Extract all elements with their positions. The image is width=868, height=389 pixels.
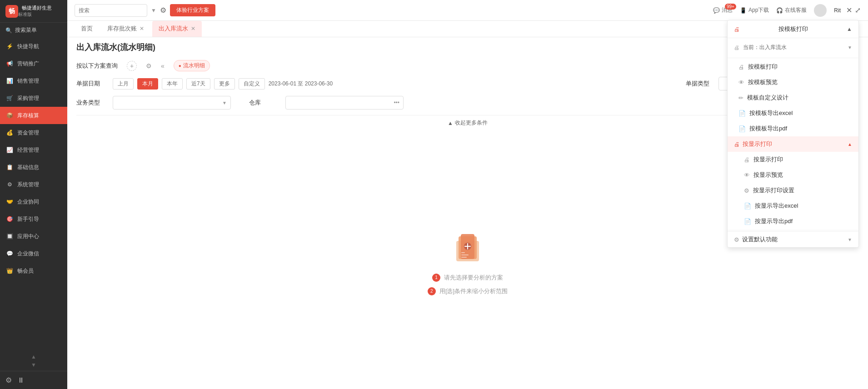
template-custom-icon: ✏ — [738, 95, 743, 101]
sidebar-item-quicknav[interactable]: ⚡ 快捷导航 — [0, 38, 67, 55]
headset-icon: 🎧 — [776, 7, 783, 14]
date-prev-month-btn[interactable]: 上月 — [113, 78, 134, 90]
operations-icon: 📈 — [5, 146, 14, 154]
dropdown-footer-item[interactable]: ⚙ 设置默认功能 ▼ — [728, 231, 858, 247]
pause-icon[interactable]: ⏸ — [17, 376, 25, 384]
sidebar-item-guide[interactable]: 🎯 新手引导 — [0, 210, 67, 228]
dropdown-display-pdf-item[interactable]: 📄 按显示导出pdf — [728, 214, 858, 229]
sidebar-item-finance[interactable]: 💰 资金管理 — [0, 124, 67, 141]
dropdown-template-excel-item[interactable]: 📄 按模板导出excel — [728, 105, 858, 121]
filter-gear-icon[interactable]: ⚙ — [146, 62, 152, 70]
date-label: 单据日期 — [76, 80, 104, 88]
sidebar-item-system[interactable]: ⚙ 系统管理 — [0, 176, 67, 193]
template-pdf-icon: 📄 — [738, 125, 746, 132]
display-settings-icon: ⚙ — [744, 187, 749, 194]
collapse-arrow-icon: ▲ — [448, 120, 453, 126]
svg-rect-5 — [467, 243, 468, 249]
tab-home[interactable]: 首页 — [75, 21, 99, 37]
maximize-window-btn[interactable]: ⤢ — [855, 6, 861, 15]
members-icon: 👑 — [5, 267, 14, 275]
app-download-btn[interactable]: 📱 App下载 — [740, 6, 769, 14]
industry-btn[interactable]: 体验行业方案 — [170, 4, 215, 16]
username-label[interactable]: Rit — [834, 7, 841, 14]
filter-scheme-label: 按以下方案查询 — [76, 62, 118, 70]
divider-2 — [728, 230, 858, 230]
tab-batch[interactable]: 库存批次账 ✕ — [101, 21, 150, 37]
dropdown-template-preview-item[interactable]: 👁 按模板预览 — [728, 75, 858, 90]
phone-icon: 📱 — [740, 7, 747, 14]
sidebar-item-sales[interactable]: 📊 销售管理 — [0, 72, 67, 90]
dropdown-display-settings-item[interactable]: ⚙ 按显示打印设置 — [728, 183, 858, 198]
dropdown-current-item[interactable]: 🖨 当前：出入库流水 ▼ — [728, 40, 858, 55]
sidebar-scroll-arrows: ▲ ▼ — [0, 351, 67, 371]
user-avatar[interactable] — [814, 4, 827, 17]
date-this-year-btn[interactable]: 本年 — [162, 78, 183, 90]
dropdown-template-print-item[interactable]: 🖨 按模板打印 — [728, 59, 858, 75]
inventory-icon: 📦 — [5, 111, 14, 120]
sidebar-bottom: ⚙ ⏸ — [0, 371, 67, 389]
quicknav-icon: ⚡ — [5, 42, 14, 50]
messages-badge: 99+ — [725, 4, 736, 10]
sidebar-item-wechat[interactable]: 💬 企业微信 — [0, 245, 67, 262]
display-print-icon: 🖨 — [744, 156, 750, 163]
sidebar-item-basic[interactable]: 📋 基础信息 — [0, 159, 67, 176]
main-area: ▼ ⚙ 体验行业方案 💬 消息 99+ 📱 App下载 🎧 在线客服 Rit ✕… — [67, 0, 868, 389]
dropdown-template-pdf-item[interactable]: 📄 按模板导出pdf — [728, 121, 858, 136]
sidebar-item-purchase[interactable]: 🛒 采购管理 — [0, 90, 67, 107]
business-type-select[interactable]: ▼ — [113, 96, 231, 110]
step-num-2: 2 — [428, 287, 436, 295]
empty-state-illustration — [449, 232, 486, 268]
scroll-down-arrow[interactable]: ▼ — [30, 361, 37, 369]
collab-icon: 🤝 — [5, 198, 14, 206]
dropdown-display-print-item[interactable]: 🖨 按显示打印 — [728, 152, 858, 167]
dropdown-template-custom-item[interactable]: ✏ 模板自定义设计 — [728, 90, 858, 105]
settings-bottom-icon[interactable]: ⚙ — [5, 376, 12, 384]
filter-tag[interactable]: ● 流水明细 — [174, 60, 210, 71]
topbar-search-input[interactable] — [75, 4, 147, 17]
sidebar-search[interactable]: 🔍 搜索菜单 — [0, 23, 67, 38]
sidebar-item-collab[interactable]: 🤝 企业协同 — [0, 193, 67, 210]
filter-collapse-icon[interactable]: « — [161, 62, 165, 70]
dropdown-display-preview-item[interactable]: 👁 按显示预览 — [728, 167, 858, 183]
sidebar-item-inventory[interactable]: 📦 库存核算 — [0, 107, 67, 124]
tab-flow-close[interactable]: ✕ — [191, 25, 195, 32]
message-icon: 💬 — [713, 7, 720, 14]
business-type-label: 业务类型 — [76, 99, 104, 107]
display-print-group-icon: 🖨 — [734, 141, 740, 148]
system-icon: ⚙ — [5, 180, 14, 189]
messages-btn[interactable]: 💬 消息 99+ — [713, 6, 733, 14]
logo-icon: 畅 — [5, 5, 18, 18]
date-this-month-btn[interactable]: 本月 — [137, 78, 158, 90]
date-more-btn[interactable]: 更多 — [214, 78, 235, 90]
dropdown-footer-arrow: ▼ — [848, 237, 852, 242]
sidebar-item-operations[interactable]: 📈 经营管理 — [0, 141, 67, 159]
scroll-up-arrow[interactable]: ▲ — [30, 353, 37, 361]
warehouse-select[interactable]: ••• — [285, 96, 404, 110]
dropdown-display-excel-item[interactable]: 📄 按显示导出excel — [728, 198, 858, 214]
sidebar-item-members[interactable]: 👑 畅会员 — [0, 262, 67, 279]
tab-flow[interactable]: 出入库流水 ✕ — [152, 21, 202, 37]
display-pdf-icon: 📄 — [744, 218, 751, 225]
display-excel-icon: 📄 — [744, 203, 751, 209]
sidebar-item-apps[interactable]: 🔲 应用中心 — [0, 228, 67, 245]
topbar-left: ▼ ⚙ 体验行业方案 — [75, 4, 708, 17]
empty-step-1: 1 请先选择要分析的方案 — [432, 274, 503, 282]
topbar-gear-icon[interactable]: ⚙ — [160, 6, 166, 15]
warehouse-label: 仓库 — [249, 99, 276, 107]
add-filter-btn[interactable]: + — [127, 61, 137, 71]
sidebar-item-marketing[interactable]: 📢 营销推广 — [0, 55, 67, 72]
date-controls: 上月 本月 本年 近7天 更多 自定义 2023-06-01 至 2023-06… — [113, 78, 677, 90]
date-custom-btn[interactable]: 自定义 — [239, 78, 265, 90]
dropdown-display-group-header[interactable]: 🖨 按显示打印 ▲ — [728, 136, 858, 152]
online-service-btn[interactable]: 🎧 在线客服 — [776, 6, 807, 14]
page-title: 出入库流水(流水明细) — [76, 43, 155, 52]
filter-tag-icon: ● — [179, 63, 181, 68]
display-preview-icon: 👁 — [744, 172, 750, 179]
date-last7-btn[interactable]: 近7天 — [186, 78, 210, 90]
topbar-dropdown-arrow[interactable]: ▼ — [151, 7, 156, 14]
date-range-display: 2023-06-01 至 2023-06-30 — [269, 80, 333, 88]
tab-batch-close[interactable]: ✕ — [140, 25, 144, 32]
settings-default-icon: ⚙ — [734, 236, 739, 243]
close-window-btn[interactable]: ✕ — [846, 6, 852, 15]
apps-icon: 🔲 — [5, 232, 14, 240]
